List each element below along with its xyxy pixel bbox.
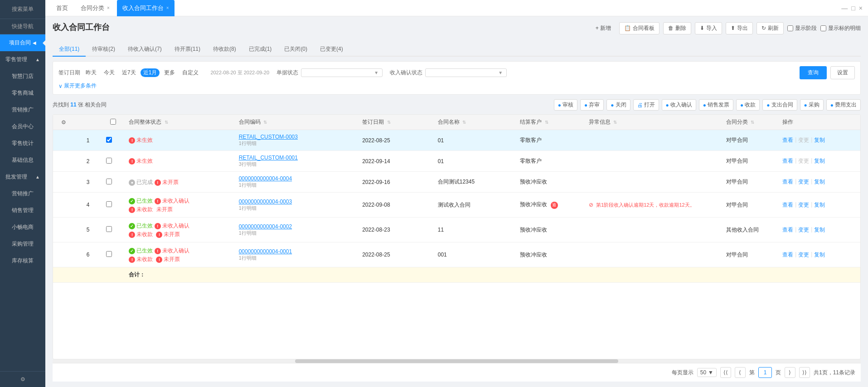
current-page[interactable]: 1: [758, 367, 772, 378]
contract-code-link[interactable]: 0000000000004-0001: [239, 248, 354, 255]
expand-filter-button[interactable]: ∨ 展开更多条件: [58, 82, 855, 90]
status-tab-pending-review[interactable]: 待审核(2): [86, 43, 121, 57]
date-shortcut-today[interactable]: 今天: [101, 68, 117, 77]
income-confirm-action-btn[interactable]: ● 收入确认: [662, 99, 696, 111]
col-customer[interactable]: 结算客户 ⇅: [515, 115, 584, 130]
export-button[interactable]: ⬆ 导出: [726, 22, 753, 34]
col-contract-name[interactable]: 合同名称 ⇅: [433, 115, 516, 130]
row-checkbox[interactable]: [106, 137, 112, 143]
close-action-btn[interactable]: ● 关闭: [606, 99, 630, 111]
copy-btn[interactable]: 复制: [814, 226, 825, 234]
status-tab-pending-invoice[interactable]: 待开票(11): [168, 43, 207, 57]
first-page-btn[interactable]: ⟨⟨: [720, 367, 731, 378]
copy-btn[interactable]: 复制: [814, 157, 825, 165]
sales-invoice-action-btn[interactable]: ● 销售发票: [699, 99, 733, 111]
col-gear[interactable]: ⚙: [53, 115, 74, 130]
copy-btn[interactable]: 复制: [814, 201, 825, 209]
tab-income-contract-close[interactable]: ×: [166, 5, 169, 10]
status-tab-changed[interactable]: 已变更(4): [314, 43, 349, 57]
col-contract-code[interactable]: 合同编码 ⇅: [234, 115, 358, 130]
row-checkbox[interactable]: [106, 251, 112, 257]
out-contract-action-btn[interactable]: ● 支出合同: [762, 99, 797, 111]
date-shortcut-last1month[interactable]: 近1月: [141, 68, 160, 77]
change-btn[interactable]: 变更: [798, 226, 809, 234]
show-marks-checkbox[interactable]: [820, 25, 826, 31]
sidebar-search[interactable]: 搜索菜单: [0, 0, 45, 19]
row-checkbox[interactable]: [106, 226, 112, 232]
abandon-action-btn[interactable]: ● 弃审: [580, 99, 604, 111]
sidebar-item-inventory[interactable]: 库存核算: [0, 252, 45, 269]
view-btn[interactable]: 查看: [782, 251, 793, 259]
status-tab-pending-confirm[interactable]: 待收入确认(7): [121, 43, 168, 57]
copy-btn[interactable]: 复制: [814, 251, 825, 259]
copy-btn[interactable]: 复制: [814, 136, 825, 144]
print-action-btn[interactable]: 🖨 打开: [633, 99, 659, 111]
change-btn[interactable]: 变更: [798, 178, 809, 186]
contract-code-link[interactable]: 0000000000004-0004: [239, 175, 354, 182]
purchase-action-btn[interactable]: ● 采购: [800, 99, 824, 111]
sidebar-item-batch-mgmt[interactable]: 批发管理 ▲: [0, 169, 45, 185]
status-tab-completed[interactable]: 已完成(1): [242, 43, 278, 57]
status-tab-closed[interactable]: 已关闭(0): [278, 43, 314, 57]
contract-code-link[interactable]: 0000000000004-0003: [239, 198, 354, 205]
tab-income-contract[interactable]: 收入合同工作台 ×: [117, 0, 175, 16]
date-shortcut-custom[interactable]: 自定义: [179, 68, 201, 77]
window-min-btn[interactable]: —: [841, 5, 848, 12]
sidebar-item-xiaochang[interactable]: 小畅电商: [0, 219, 45, 236]
sidebar-quick-nav[interactable]: 快捷导航: [0, 19, 45, 34]
tab-contract-type-close[interactable]: ×: [107, 5, 110, 10]
expense-action-btn[interactable]: ● 费用支出: [826, 99, 861, 111]
contract-panel-button[interactable]: 📋 合同看板: [619, 22, 659, 34]
contract-code-link[interactable]: RETAIL_CUSTOM-0001: [239, 155, 354, 161]
prev-page-btn[interactable]: ⟨: [735, 367, 746, 378]
status-tab-all[interactable]: 全部(11): [53, 43, 86, 57]
sidebar-item-sales-mgmt[interactable]: 销售管理: [0, 202, 45, 219]
contract-code-link[interactable]: RETAIL_CUSTOM-0003: [239, 134, 354, 140]
new-button[interactable]: + 新增: [591, 23, 616, 34]
row-checkbox[interactable]: [106, 201, 112, 207]
sidebar-item-retail-stats[interactable]: 零售统计: [0, 135, 45, 152]
view-btn[interactable]: 查看: [782, 136, 793, 144]
window-close-btn[interactable]: ×: [859, 5, 863, 12]
show-stages-checkbox[interactable]: [787, 25, 793, 31]
contract-code-link[interactable]: 0000000000004-0002: [239, 223, 354, 230]
import-button[interactable]: ⬇ 导入: [695, 22, 722, 34]
sidebar-item-member[interactable]: 会员中心: [0, 118, 45, 135]
filter-settings-button[interactable]: 设置: [830, 66, 855, 79]
payment-action-btn[interactable]: ● 收款: [736, 99, 760, 111]
refresh-button[interactable]: ↻ 刷新: [756, 22, 784, 34]
row-checkbox[interactable]: [106, 179, 112, 184]
col-error-info[interactable]: 异常信息 ⇅: [584, 115, 722, 130]
view-btn[interactable]: 查看: [782, 178, 793, 186]
sidebar-item-purchase-mgmt[interactable]: 采购管理: [0, 236, 45, 252]
change-btn[interactable]: 变更: [798, 201, 809, 209]
change-btn[interactable]: 变更: [798, 157, 809, 165]
sidebar-item-basic-info[interactable]: 基础信息: [0, 152, 45, 169]
select-all-checkbox[interactable]: [110, 119, 116, 125]
view-btn[interactable]: 查看: [782, 157, 793, 165]
income-confirm-select[interactable]: ▼: [425, 68, 507, 77]
scrollbar-thumb[interactable]: [295, 359, 618, 363]
next-page-btn[interactable]: ⟩: [785, 367, 795, 378]
search-button[interactable]: 查询: [800, 66, 827, 79]
sidebar-item-marketing[interactable]: 营销推广: [0, 102, 45, 118]
tab-home[interactable]: 首页: [51, 0, 73, 16]
doc-status-select[interactable]: ▼: [301, 68, 383, 77]
per-page-select[interactable]: 50 ▼: [697, 368, 717, 377]
row-checkbox[interactable]: [106, 158, 112, 164]
sidebar-item-retail-mall[interactable]: 零售商城: [0, 85, 45, 102]
tab-contract-type[interactable]: 合同分类 ×: [75, 0, 115, 16]
col-overall-status[interactable]: 合同整体状态 ⇅: [124, 115, 234, 130]
date-shortcut-yesterday[interactable]: 昨天: [83, 68, 99, 77]
change-btn[interactable]: 变更: [798, 251, 809, 259]
sidebar-item-retail-mgmt[interactable]: 零售管理 ▲: [0, 51, 45, 68]
status-tab-pending-payment[interactable]: 待收款(8): [207, 43, 242, 57]
view-btn[interactable]: 查看: [782, 226, 793, 234]
change-btn[interactable]: 变更: [798, 136, 809, 144]
sidebar-settings[interactable]: ⚙: [0, 371, 45, 387]
view-btn[interactable]: 查看: [782, 201, 793, 209]
date-shortcut-more[interactable]: 更多: [161, 68, 178, 77]
horizontal-scrollbar[interactable]: [53, 359, 861, 363]
review-action-btn[interactable]: ● 审核: [554, 99, 577, 111]
sidebar-item-marketing2[interactable]: 营销推广: [0, 185, 45, 202]
